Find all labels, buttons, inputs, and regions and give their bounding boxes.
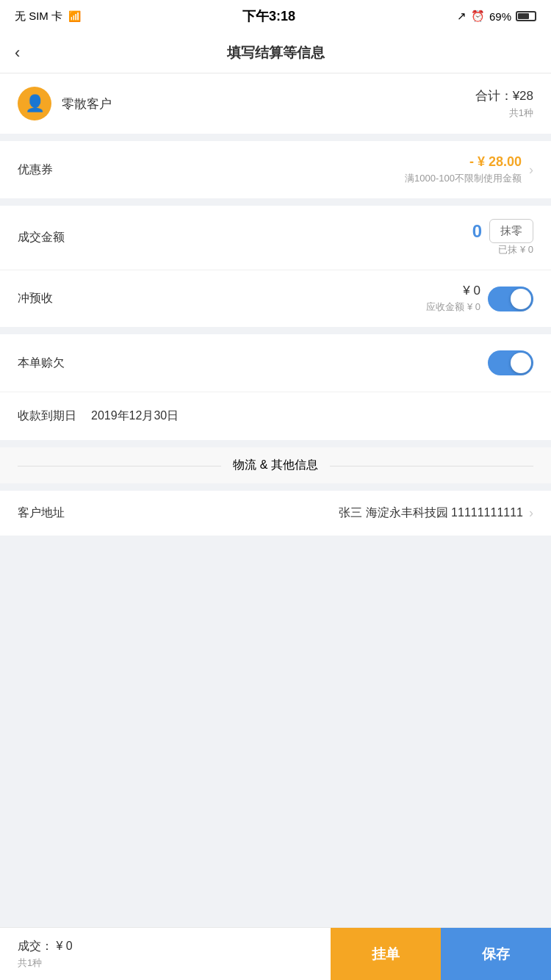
transaction-value-area: 抹零 已抹 ¥ 0 (76, 219, 533, 256)
battery-icon (516, 11, 536, 21)
location-icon: ↗ (457, 10, 467, 23)
alarm-icon: ⏰ (471, 10, 485, 23)
transaction-amount-input[interactable] (423, 221, 482, 242)
coupon-row[interactable]: 优惠券 - ¥ 28.00 满1000-100不限制使用金额 › (0, 141, 551, 198)
amount-block: 抹零 已抹 ¥ 0 (423, 219, 533, 256)
debt-label: 本单赊欠 (18, 356, 65, 371)
coupon-label: 优惠券 (18, 162, 76, 178)
nav-bar: ‹ 填写结算等信息 (0, 32, 551, 73)
debt-row: 本单赊欠 (0, 334, 551, 392)
coupon-block: - ¥ 28.00 满1000-100不限制使用金额 (405, 154, 522, 185)
logistics-header: 物流 & 其他信息 (0, 447, 551, 483)
transaction-label: 成交金额 (18, 230, 76, 245)
prepay-value-area: ¥ 0 应收金额 ¥ 0 (76, 284, 533, 314)
status-right: ↗ ⏰ 69% (457, 10, 536, 23)
page-title: 填写结算等信息 (227, 43, 325, 62)
already-rounded: 已抹 ¥ 0 (423, 243, 533, 256)
transaction-row: 成交金额 抹零 已抹 ¥ 0 (0, 206, 551, 270)
due-date-row: 收款到期日 2019年12月30日 (0, 392, 551, 440)
logistics-section: 物流 & 其他信息 (0, 447, 551, 483)
bottom-bar: 成交： ¥ 0 共1种 挂单 保存 (0, 927, 551, 980)
address-value: 张三 海淀永丰科技园 11111111111 (76, 505, 523, 521)
total-amount: 合计：¥28 (475, 87, 533, 104)
customer-name: 零散客户 (62, 96, 112, 112)
toggle-knob (511, 289, 531, 309)
address-section[interactable]: 客户地址 张三 海淀永丰科技园 11111111111 › (0, 491, 551, 536)
chevron-right-icon: › (529, 162, 533, 178)
wifi-icon: 📶 (68, 10, 81, 22)
empty-space (0, 543, 551, 690)
address-row[interactable]: 客户地址 张三 海淀永丰科技园 11111111111 › (0, 491, 551, 536)
prepay-receivable: 应收金额 ¥ 0 (426, 300, 480, 314)
customer-row: 👤 零散客户 合计：¥28 共1种 (0, 73, 551, 134)
transaction-section: 成交金额 抹零 已抹 ¥ 0 冲预收 ¥ 0 应收金额 ¥ 0 (0, 206, 551, 327)
status-time: 下午3:18 (242, 7, 295, 25)
address-chevron-icon: › (529, 505, 533, 521)
bottom-summary-top: 成交： ¥ 0 (18, 939, 313, 954)
prepay-block: ¥ 0 应收金额 ¥ 0 (426, 284, 480, 314)
due-date-value: 2019年12月30日 (91, 408, 179, 424)
status-bar: 无 SIM 卡 📶 下午3:18 ↗ ⏰ 69% (0, 0, 551, 32)
debt-section: 本单赊欠 收款到期日 2019年12月30日 (0, 334, 551, 440)
prepay-row: 冲预收 ¥ 0 应收金额 ¥ 0 (0, 270, 551, 327)
customer-total: 合计：¥28 共1种 (475, 87, 533, 120)
pending-button[interactable]: 挂单 (331, 928, 441, 981)
bottom-count-label: 共1种 (18, 956, 313, 970)
bottom-summary-label: 成交： (18, 940, 53, 952)
round-zero-button[interactable]: 抹零 (489, 219, 533, 243)
coupon-desc: 满1000-100不限制使用金额 (405, 172, 522, 185)
battery-percent: 69% (489, 10, 511, 23)
debt-toggle[interactable] (488, 350, 533, 375)
back-button[interactable]: ‹ (9, 37, 26, 68)
prepay-amount: ¥ 0 (426, 284, 480, 298)
customer-section: 👤 零散客户 合计：¥28 共1种 (0, 73, 551, 134)
address-label: 客户地址 (18, 505, 76, 521)
prepay-label: 冲预收 (18, 291, 76, 306)
avatar-icon: 👤 (25, 94, 45, 113)
coupon-section[interactable]: 优惠券 - ¥ 28.00 满1000-100不限制使用金额 › (0, 141, 551, 198)
coupon-value[interactable]: - ¥ 28.00 满1000-100不限制使用金额 › (76, 154, 533, 185)
coupon-discount: - ¥ 28.00 (405, 154, 522, 170)
customer-info: 👤 零散客户 (18, 87, 112, 120)
status-left: 无 SIM 卡 📶 (15, 10, 81, 24)
bottom-summary: 成交： ¥ 0 共1种 (0, 939, 331, 970)
avatar: 👤 (18, 87, 51, 120)
prepay-toggle[interactable] (488, 287, 533, 311)
sim-status: 无 SIM 卡 (15, 10, 62, 24)
total-count: 共1种 (475, 107, 533, 120)
logistics-title: 物流 & 其他信息 (221, 458, 330, 471)
due-date-label: 收款到期日 (18, 408, 76, 424)
debt-toggle-knob (511, 353, 531, 373)
bottom-summary-amount: ¥ 0 (56, 940, 72, 952)
content: 👤 零散客户 合计：¥28 共1种 优惠券 - ¥ 28.00 满1000-10… (0, 73, 551, 690)
save-button[interactable]: 保存 (441, 928, 551, 981)
